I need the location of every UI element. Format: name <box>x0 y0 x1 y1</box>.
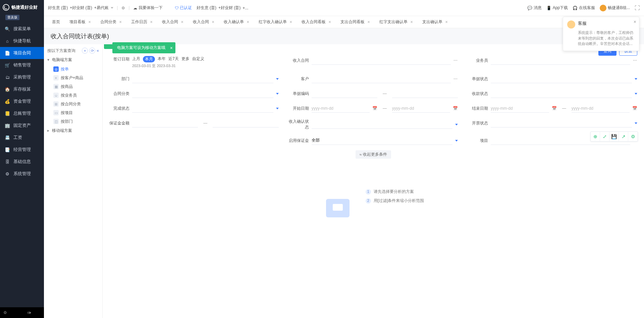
toolbar-settings-icon[interactable]: ⚙ <box>628 132 638 141</box>
scheme-item-1[interactable]: ≡按客户+商品 <box>53 73 99 82</box>
close-icon[interactable]: ✕ <box>88 20 91 24</box>
chevron-down-icon[interactable] <box>276 93 279 95</box>
scheme-item-2[interactable]: ▦按商品 <box>53 82 99 91</box>
toolbar-save-icon[interactable]: 💾 <box>609 132 619 141</box>
chevron-down-icon[interactable] <box>635 93 637 95</box>
toolbar-zoom-icon[interactable]: ⊕ <box>591 132 600 141</box>
sidebar-item-8[interactable]: 🏢固定资产 <box>0 119 44 131</box>
close-icon[interactable]: ✕ <box>367 20 370 24</box>
enable-deposit-input[interactable] <box>312 136 453 145</box>
close-icon[interactable]: ✕ <box>150 20 153 24</box>
receipt-status-input[interactable] <box>491 89 632 98</box>
end-date-from[interactable] <box>491 104 549 113</box>
close-icon[interactable]: ✕ <box>247 20 249 24</box>
contract-type-input[interactable] <box>132 89 273 98</box>
toolbar-expand-icon[interactable]: ⤢ <box>600 132 609 141</box>
chevron-down-icon[interactable] <box>111 7 113 9</box>
close-icon[interactable]: ✕ <box>181 20 183 24</box>
deposit-amount-from[interactable] <box>132 119 198 127</box>
topbar-rlink-2[interactable]: +... <box>243 6 248 10</box>
tab-11[interactable]: 支出确认单✕ <box>418 16 452 28</box>
scheme-item-5[interactable]: ▭按项目 <box>53 108 99 117</box>
tab-6[interactable]: 收入确认单✕ <box>219 16 254 28</box>
message-link[interactable]: 💬 消息 <box>527 5 542 11</box>
bill-no-input-from[interactable] <box>312 89 377 98</box>
close-icon[interactable]: ✕ <box>328 20 331 24</box>
date-quick-5[interactable]: 自定义 <box>192 56 204 62</box>
sidebar-item-7[interactable]: 📒总账管理 <box>0 107 44 119</box>
collapse-panel-icon[interactable]: « <box>97 48 99 53</box>
settings-icon[interactable]: ⚙ <box>3 310 7 315</box>
date-quick-0[interactable]: 上月 <box>132 56 140 62</box>
topbar-link-2[interactable]: +易代账 <box>94 5 109 11</box>
start-date-from[interactable] <box>312 104 370 113</box>
tab-7[interactable]: 红字收入确认单✕ <box>254 16 297 28</box>
date-quick-4[interactable]: 更多 <box>181 56 190 62</box>
sidebar-item-0[interactable]: 🔍搜索菜单 <box>0 23 44 35</box>
finish-status-input[interactable] <box>132 104 273 113</box>
salesman-input[interactable] <box>491 56 630 65</box>
close-icon[interactable]: ✕ <box>445 20 448 24</box>
sidebar-item-3[interactable]: 🛒销售管理 <box>0 59 44 71</box>
chevron-down-icon[interactable] <box>276 108 279 109</box>
sidebar-item-5[interactable]: 🏠库存核算 <box>0 83 44 95</box>
income-contract-input[interactable] <box>312 56 451 65</box>
user-menu[interactable]: 畅捷通B组... <box>600 5 630 11</box>
sidebar-item-6[interactable]: 💰资金管理 <box>0 95 44 107</box>
topbar-link-0[interactable]: 好生意 (普) <box>48 5 68 11</box>
sidebar-item-4[interactable]: 🗂采购管理 <box>0 71 44 83</box>
tab-0[interactable]: 首页 <box>47 16 65 28</box>
more-icon[interactable]: ⋯ <box>633 58 637 63</box>
invoice-status-input[interactable] <box>491 119 632 127</box>
calendar-icon[interactable]: 📅 <box>372 106 377 111</box>
collapse-more-button[interactable]: ≈ 收起更多条件 <box>356 150 391 159</box>
chevron-down-icon[interactable] <box>455 140 458 142</box>
deposit-amount-to[interactable] <box>213 119 278 127</box>
more-icon[interactable]: ⋯ <box>453 58 458 63</box>
dept-input[interactable] <box>132 74 273 83</box>
topbar-link-1[interactable]: +好业财 (普) <box>70 5 92 11</box>
tab-5[interactable]: 收入合同✕ <box>188 16 219 28</box>
close-icon[interactable]: × <box>170 45 173 51</box>
tab-1[interactable]: 项目看板✕ <box>65 16 96 28</box>
sound-icon[interactable]: 🕪 <box>27 310 31 315</box>
gear-icon[interactable]: ⚙ <box>121 6 125 10</box>
tab-9[interactable]: 支出合同看板✕ <box>336 16 375 28</box>
topbar-rlink-0[interactable]: 好生意 (普) <box>197 5 216 11</box>
refresh-scheme-icon[interactable]: ⟳ <box>89 48 95 54</box>
date-quick-1[interactable]: 本月 <box>143 56 155 62</box>
scheme-item-0[interactable]: ◎按单 <box>53 65 99 73</box>
topbar-rlink-1[interactable]: +好业财 (普) <box>218 5 240 11</box>
scheme-item-4[interactable]: ⊞按合同分类 <box>53 100 99 108</box>
calendar-icon[interactable]: 📅 <box>453 106 458 111</box>
end-date-to[interactable] <box>572 104 630 113</box>
fullscreen-icon[interactable]: ⛶ <box>635 5 640 11</box>
date-quick-3[interactable]: 近7天 <box>168 56 179 62</box>
calendar-icon[interactable]: 📅 <box>632 106 637 111</box>
bill-no-input-to[interactable] <box>392 89 458 98</box>
sidebar-item-9[interactable]: 📇工资 <box>0 131 44 144</box>
app-download-link[interactable]: 📱 App下载 <box>546 5 568 11</box>
tab-8[interactable]: 收入合同看板✕ <box>297 16 336 28</box>
tab-2[interactable]: 合同分类✕ <box>96 16 126 28</box>
chevron-down-icon[interactable] <box>635 78 637 80</box>
sidebar-item-12[interactable]: ⚙系统管理 <box>0 168 44 180</box>
close-icon[interactable]: ✕ <box>289 20 292 24</box>
more-icon[interactable]: ⋯ <box>453 76 458 81</box>
start-date-to[interactable] <box>392 104 450 113</box>
calendar-icon[interactable]: 📅 <box>552 106 557 111</box>
close-icon[interactable]: ✕ <box>119 20 122 24</box>
close-icon[interactable]: × <box>634 19 636 24</box>
online-service-link[interactable]: 🎧 在线客服 <box>573 5 595 11</box>
close-icon[interactable]: ✕ <box>410 20 413 24</box>
scheme-item-6[interactable]: ◫按部门 <box>53 117 99 126</box>
tab-4[interactable]: 收入合同✕ <box>157 16 188 28</box>
sidebar-item-2[interactable]: 📄项目合同 <box>0 47 44 59</box>
scheme-item-3[interactable]: ☺按业务员 <box>53 91 99 100</box>
add-scheme-icon[interactable]: + <box>82 48 88 54</box>
chevron-down-icon[interactable] <box>635 122 637 124</box>
bill-status-input[interactable] <box>491 74 632 83</box>
date-quick-2[interactable]: 本年 <box>158 56 166 62</box>
tab-3[interactable]: 工作日历✕ <box>126 16 157 28</box>
tree-group-0[interactable]: ▾电脑端方案 <box>47 57 99 63</box>
